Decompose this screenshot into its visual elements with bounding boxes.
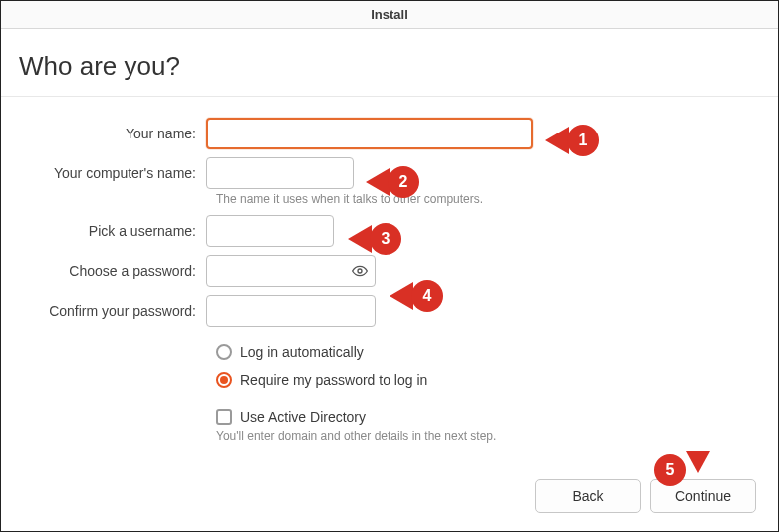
checkbox-icon: [216, 409, 232, 425]
autologin-option[interactable]: Log in automatically: [216, 338, 778, 366]
require-password-option[interactable]: Require my password to log in: [216, 366, 778, 394]
show-password-icon[interactable]: [352, 263, 368, 279]
require-password-label: Require my password to log in: [240, 372, 427, 388]
name-label: Your name:: [1, 126, 206, 141]
username-label: Pick a username:: [1, 223, 206, 239]
footer-buttons: Back Continue: [535, 479, 756, 513]
svg-point-0: [358, 269, 362, 273]
computer-name-input[interactable]: [206, 157, 354, 189]
password-input[interactable]: [206, 255, 376, 287]
computer-name-label: Your computer's name:: [1, 165, 206, 181]
active-directory-label: Use Active Directory: [240, 409, 366, 425]
password-label: Choose a password:: [1, 263, 206, 279]
back-button[interactable]: Back: [535, 479, 641, 513]
user-form: Your name: Your computer's name: The nam…: [1, 97, 778, 443]
confirm-password-label: Confirm your password:: [1, 303, 206, 319]
active-directory-hint: You'll enter domain and other details in…: [1, 429, 778, 443]
continue-button[interactable]: Continue: [650, 479, 756, 513]
active-directory-option[interactable]: Use Active Directory: [216, 403, 778, 431]
window-title: Install: [1, 1, 778, 29]
confirm-password-input[interactable]: [206, 295, 376, 327]
name-input[interactable]: [206, 118, 533, 149]
radio-icon: [216, 344, 232, 360]
autologin-label: Log in automatically: [240, 344, 364, 360]
computer-name-hint: The name it uses when it talks to other …: [1, 192, 778, 206]
page-heading: Who are you?: [1, 29, 778, 97]
radio-checked-icon: [216, 372, 232, 388]
username-input[interactable]: [206, 215, 334, 247]
